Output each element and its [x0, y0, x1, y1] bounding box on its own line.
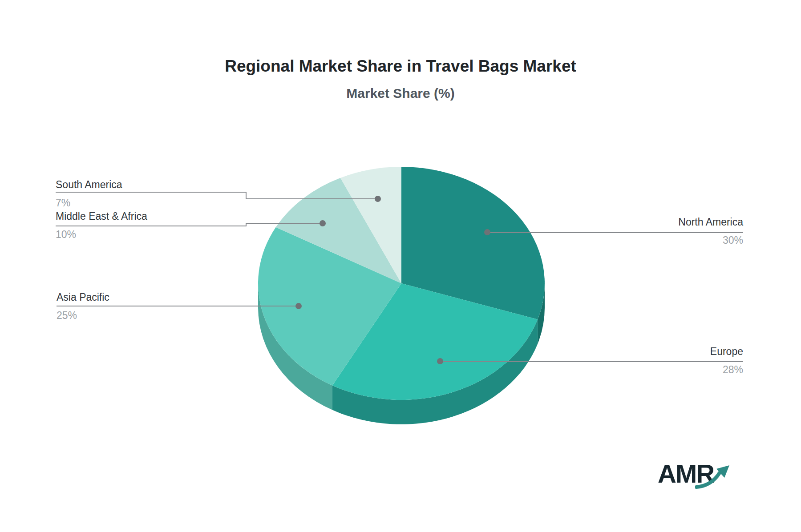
label-percent: 30%: [678, 235, 743, 246]
label-middle-east-africa: Middle East & Africa 10%: [56, 211, 147, 240]
label-name: North America: [678, 217, 743, 227]
chart-canvas: Regional Market Share in Travel Bags Mar…: [0, 0, 801, 532]
label-percent: 28%: [710, 364, 743, 375]
leader-dot-europe: [437, 358, 443, 364]
label-name: Middle East & Africa: [56, 211, 147, 222]
label-percent: 25%: [57, 310, 109, 321]
label-name: Asia Pacific: [57, 292, 109, 302]
leader-dot-north-america: [484, 229, 490, 235]
label-europe: Europe 28%: [710, 346, 743, 375]
amr-logo: AMR: [658, 460, 747, 500]
label-percent: 7%: [56, 197, 122, 208]
leader-dot-south-america: [375, 196, 381, 202]
label-percent: 10%: [56, 229, 147, 240]
leader-dot-middle-east-africa: [320, 220, 326, 226]
label-north-america: North America 30%: [678, 217, 743, 246]
label-south-america: South America 7%: [56, 179, 122, 208]
label-name: South America: [56, 179, 122, 190]
label-asia-pacific: Asia Pacific 25%: [57, 292, 109, 321]
leader-dot-asia-pacific: [295, 303, 302, 309]
pie-chart: [0, 0, 801, 532]
amr-logo-arrow-icon: [695, 462, 738, 492]
label-name: Europe: [710, 346, 743, 357]
